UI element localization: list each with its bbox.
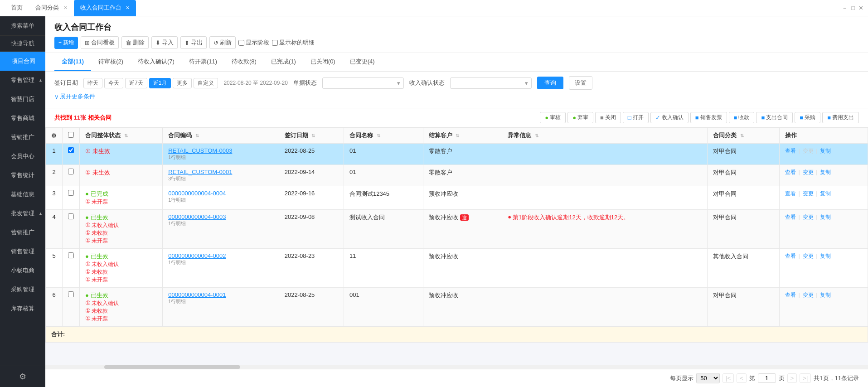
row-checkbox[interactable] xyxy=(68,213,74,219)
kanban-button[interactable]: ⊞ 合同看板 xyxy=(81,36,119,49)
col-settings[interactable]: ⚙ xyxy=(46,128,63,144)
op-查看[interactable]: 查看 xyxy=(785,292,796,298)
sidebar-item-marketing1[interactable]: 营销推广 xyxy=(0,128,45,147)
review-button[interactable]: ● 审核 xyxy=(540,112,566,123)
op-查看[interactable]: 查看 xyxy=(785,253,796,259)
expenditure-contract-button[interactable]: ■ 支出合同 xyxy=(756,112,793,123)
col-name[interactable]: 合同名称 ⇅ xyxy=(344,128,423,144)
refresh-button[interactable]: ↺ 刷新 xyxy=(209,36,236,49)
contract-code-link[interactable]: 0000000000004-0003 xyxy=(168,213,226,220)
col-checkbox[interactable] xyxy=(63,128,80,144)
minimize-btn[interactable]: － xyxy=(842,4,848,12)
op-查看[interactable]: 查看 xyxy=(785,148,796,154)
close-btn[interactable]: ✕ xyxy=(858,5,863,11)
date-btn-more[interactable]: 更多 xyxy=(173,78,192,88)
sidebar-item-wholesale[interactable]: 批发管理 xyxy=(0,204,45,223)
show-detail-input[interactable] xyxy=(272,40,278,46)
tab-contract-category[interactable]: 合同分类 ✕ xyxy=(29,0,74,16)
select-all-checkbox[interactable] xyxy=(68,132,74,138)
row-checkbox[interactable] xyxy=(68,147,74,153)
contract-code-link[interactable]: 0000000000004-0002 xyxy=(168,252,226,259)
row-checkbox[interactable] xyxy=(68,169,74,174)
open-contract-button[interactable]: □ 打开 xyxy=(623,112,649,123)
row-code[interactable]: 0000000000004-00021行明细 xyxy=(163,249,279,288)
date-btn-yesterday[interactable]: 昨天 xyxy=(83,78,102,88)
op-变更[interactable]: 变更 xyxy=(803,169,814,175)
op-复制[interactable]: 复制 xyxy=(820,190,831,197)
row-code[interactable]: 0000000000004-00041行明细 xyxy=(163,186,279,210)
sidebar-quick-nav[interactable]: 快捷导航 xyxy=(0,36,45,52)
doc-status-select[interactable] xyxy=(322,77,404,89)
income-confirm-button[interactable]: ✓ 收入确认 xyxy=(650,112,689,123)
row-checkbox[interactable] xyxy=(68,291,74,297)
op-查看[interactable]: 查看 xyxy=(785,190,796,197)
tab-completed[interactable]: 已完成(1) xyxy=(264,53,303,71)
op-变更[interactable]: 变更 xyxy=(803,292,814,298)
expand-filter-button[interactable]: ∨ 展开更多条件 xyxy=(54,92,95,101)
tab-home[interactable]: 首页 xyxy=(5,0,29,16)
prev-page-btn[interactable]: < xyxy=(737,373,747,383)
op-复制[interactable]: 复制 xyxy=(820,253,831,259)
row-checkbox[interactable] xyxy=(68,252,74,258)
date-btn-custom[interactable]: 自定义 xyxy=(194,78,218,88)
col-sign-date[interactable]: 签订日期 ⇅ xyxy=(279,128,344,144)
close-tab-income-workbench[interactable]: ✕ xyxy=(126,5,130,10)
col-code[interactable]: 合同编码 ⇅ xyxy=(163,128,279,144)
col-customer[interactable]: 结算客户 ⇅ xyxy=(423,128,502,144)
row-code[interactable]: 0000000000004-00031行明细 xyxy=(163,210,279,249)
tab-pending-income-confirm[interactable]: 待收入确认(7) xyxy=(131,53,182,71)
op-变更[interactable]: 变更 xyxy=(803,253,814,259)
op-变更[interactable]: 变更 xyxy=(803,214,814,220)
tab-pending-invoice[interactable]: 待开票(11) xyxy=(182,53,224,71)
receive-confirm-select[interactable] xyxy=(450,77,532,89)
sidebar-item-purchase[interactable]: 采购管理 xyxy=(0,280,45,299)
close-contract-button[interactable]: ■ 关闭 xyxy=(595,112,621,123)
row-code[interactable]: RETAIL_CUSTOM-00031行明细 xyxy=(163,144,279,165)
date-btn-7days[interactable]: 近7天 xyxy=(125,78,147,88)
contract-code-link[interactable]: 0000000000004-0004 xyxy=(168,190,226,197)
sidebar-item-retail-mall[interactable]: 零售商城 xyxy=(0,109,45,128)
settings-button[interactable]: 设置 xyxy=(569,76,592,90)
sidebar-item-ecommerce[interactable]: 小畅电商 xyxy=(0,261,45,280)
op-复制[interactable]: 复制 xyxy=(820,169,831,175)
tab-pending-payment[interactable]: 待收款(8) xyxy=(224,53,264,71)
new-button[interactable]: + 新增 xyxy=(54,37,78,49)
abandon-review-button[interactable]: ● 弃审 xyxy=(567,112,593,123)
next-page-btn[interactable]: > xyxy=(787,373,797,383)
date-btn-1month[interactable]: 近1月 xyxy=(149,78,171,88)
op-复制[interactable]: 复制 xyxy=(820,214,831,220)
op-查看[interactable]: 查看 xyxy=(785,214,796,220)
sidebar-item-retail-stats[interactable]: 零售统计 xyxy=(0,166,45,185)
op-复制[interactable]: 复制 xyxy=(820,148,831,154)
col-anomaly[interactable]: 异常信息 ⇅ xyxy=(502,128,708,144)
show-detail-checkbox[interactable]: 显示标的明细 xyxy=(272,39,315,47)
purchase-button[interactable]: ■ 采购 xyxy=(795,112,820,123)
sidebar-item-marketing2[interactable]: 营销推广 xyxy=(0,223,45,242)
sales-invoice-button[interactable]: ■ 销售发票 xyxy=(690,112,727,123)
sidebar-item-sales-mgmt[interactable]: 销售管理 xyxy=(0,242,45,261)
per-page-select[interactable]: 50 100 200 xyxy=(696,373,720,383)
sidebar-item-member-center[interactable]: 会员中心 xyxy=(0,147,45,166)
close-tab-contract-category[interactable]: ✕ xyxy=(63,5,68,10)
show-fields-checkbox[interactable]: 显示阶段 xyxy=(238,39,269,47)
tab-all[interactable]: 全部(11) xyxy=(54,53,91,71)
tab-closed[interactable]: 已关闭(0) xyxy=(303,53,343,71)
op-复制[interactable]: 复制 xyxy=(820,292,831,298)
tab-changed[interactable]: 已变更(4) xyxy=(343,53,382,71)
page-number-input[interactable] xyxy=(758,373,776,383)
sidebar-item-retail-management[interactable]: 零售管理 xyxy=(0,71,45,90)
first-page-btn[interactable]: |< xyxy=(723,373,734,383)
show-fields-input[interactable] xyxy=(238,40,244,46)
contract-code-link[interactable]: RETAIL_CUSTOM-0003 xyxy=(168,147,232,154)
collection-button[interactable]: ■ 收款 xyxy=(729,112,755,123)
last-page-btn[interactable]: >| xyxy=(800,373,811,383)
import-button[interactable]: ⬇ 导入 xyxy=(151,36,178,49)
row-checkbox[interactable] xyxy=(68,190,74,196)
tab-income-workbench[interactable]: 收入合同工作台 ✕ xyxy=(74,0,136,16)
horizontal-scrollbar[interactable] xyxy=(45,365,868,369)
maximize-btn[interactable]: □ xyxy=(851,5,855,11)
op-查看[interactable]: 查看 xyxy=(785,169,796,175)
col-status[interactable]: 合同整体状态 ⇅ xyxy=(80,128,163,144)
sidebar-item-basic-info[interactable]: 基础信息 xyxy=(0,185,45,204)
sidebar-search[interactable]: 搜索菜单 xyxy=(0,16,45,36)
